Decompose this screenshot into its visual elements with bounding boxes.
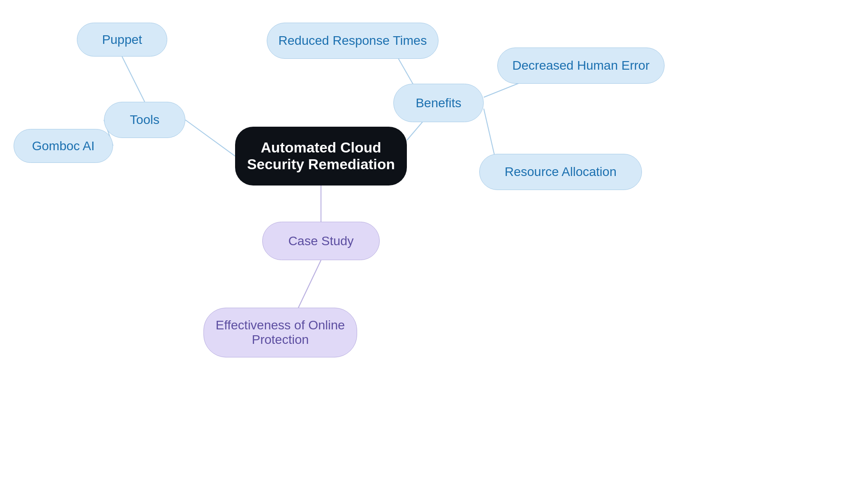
- benefits-node[interactable]: Benefits: [393, 84, 484, 122]
- reduced-response-times-node[interactable]: Reduced Response Times: [267, 23, 439, 59]
- decreased-human-error-node[interactable]: Decreased Human Error: [497, 48, 665, 84]
- svg-line-8: [298, 260, 321, 308]
- svg-line-0: [185, 120, 235, 156]
- resource-allocation-node[interactable]: Resource Allocation: [479, 154, 642, 190]
- effectiveness-node[interactable]: Effectiveness of Online Protection: [203, 308, 357, 357]
- center-node[interactable]: Automated Cloud Security Remediation: [235, 127, 407, 186]
- case-study-node[interactable]: Case Study: [262, 222, 380, 260]
- connections-svg: [0, 0, 868, 490]
- svg-line-1: [122, 57, 145, 102]
- gomboc-node[interactable]: Gomboc AI: [14, 129, 113, 163]
- mindmap-canvas: Automated Cloud Security Remediation Too…: [0, 0, 868, 490]
- tools-node[interactable]: Tools: [104, 102, 185, 138]
- puppet-node[interactable]: Puppet: [77, 23, 167, 57]
